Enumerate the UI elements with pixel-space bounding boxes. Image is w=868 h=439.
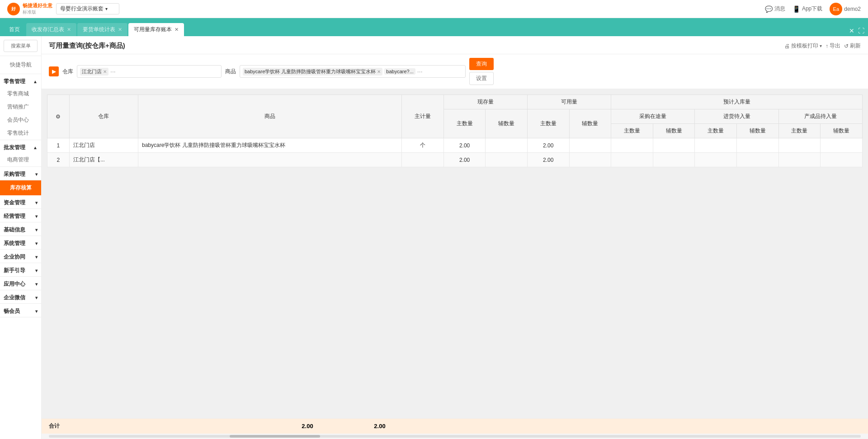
chevron-right-icon: ▶	[52, 68, 56, 75]
product-filter-dots[interactable]: ···	[417, 68, 423, 75]
th-avail-main: 主数量	[527, 109, 569, 138]
data-table: ⚙ 仓库 商品 主计量 现存量 可用量 预计入库量 主数量 辅数量 主数量 辅数…	[47, 94, 863, 167]
print-icon: 🖨	[784, 43, 790, 49]
wechat-label: 企业微信	[4, 294, 25, 302]
tab-home[interactable]: 首页	[4, 23, 25, 36]
finance-label: 资金管理	[4, 199, 25, 207]
footer-current-main: 2.00	[289, 423, 326, 430]
cell-avail-aux	[569, 153, 611, 167]
export-btn[interactable]: ↑ 导出	[826, 42, 840, 50]
sidebar-section-basics-header[interactable]: 基础信息 ▾	[0, 222, 41, 236]
enterprise-label: 企业协同	[4, 253, 25, 261]
tab-inventory-label: 可用量库存账本	[134, 26, 172, 33]
system-label: 系统管理	[4, 240, 25, 247]
table-row: 1 江北门店 babycare学饮杯 儿童防摔防撞吸管杯重力球吸嘴杯宝宝水杯 个…	[47, 138, 863, 153]
sidebar-section-purchase-header[interactable]: 采购管理 ▾	[0, 167, 41, 180]
cell-warehouse: 江北门店【...	[69, 153, 138, 167]
sidebar-item-inventory-active[interactable]: 库存核算	[0, 180, 41, 195]
query-btn[interactable]: 查询	[469, 58, 494, 70]
retail-chevron-icon: ▲	[33, 79, 38, 84]
sidebar-section-member-header[interactable]: 畅会员 ▾	[0, 304, 41, 317]
warehouse-filter-tags[interactable]: 江北门店 ✕ ···	[77, 65, 222, 78]
table-container: ⚙ 仓库 商品 主计量 现存量 可用量 预计入库量 主数量 辅数量 主数量 辅数…	[42, 89, 868, 418]
th-gear[interactable]: ⚙	[47, 95, 70, 138]
appcenter-label: 应用中心	[4, 280, 25, 288]
th-product: 商品	[138, 95, 401, 138]
product-tag-2-text: babycare?...	[386, 69, 414, 74]
app-download-btn[interactable]: 📱 App下载	[793, 5, 822, 13]
wechat-chevron-icon: ▾	[35, 295, 38, 300]
industry-select-label: 母婴行业演示账套	[60, 5, 104, 13]
sidebar-item-member-center[interactable]: 会员中心	[0, 113, 41, 127]
print-btn[interactable]: 🖨 按模板打印 ▾	[784, 42, 822, 50]
warehouse-tag-text: 江北门店	[82, 68, 102, 75]
maximize-icon[interactable]: ⛶	[858, 27, 864, 34]
industry-select[interactable]: 母婴行业演示账套	[56, 3, 119, 14]
sidebar-section-wholesale-header[interactable]: 批发管理 ▲	[0, 140, 41, 153]
print-label: 按模板打印	[791, 42, 818, 50]
sidebar-section-operation-header[interactable]: 经营管理 ▾	[0, 209, 41, 222]
sidebar-section-wechat-header[interactable]: 企业微信 ▾	[0, 290, 41, 303]
sidebar-section-enterprise-header[interactable]: 企业协同 ▾	[0, 250, 41, 263]
settings-btn[interactable]: 设置	[469, 72, 494, 85]
user-area[interactable]: Ea demo2	[830, 3, 861, 15]
th-warehouse: 仓库	[69, 95, 138, 138]
sidebar-section-appcenter-header[interactable]: 应用中心 ▾	[0, 277, 41, 290]
sidebar-item-retail-mall[interactable]: 零售商城	[0, 87, 41, 100]
scroll-track	[49, 435, 861, 438]
cell-purchase-aux	[653, 153, 695, 167]
cell-current-main: 2.00	[443, 138, 486, 153]
sidebar-section-system-header[interactable]: 系统管理 ▾	[0, 236, 41, 249]
warehouse-filter-dots[interactable]: ···	[110, 68, 116, 75]
tab-receipts-close[interactable]: ✕	[67, 27, 71, 33]
th-product-aux: 辅数量	[821, 124, 863, 138]
cell-product	[138, 153, 401, 167]
th-purchase-main: 主数量	[611, 124, 653, 138]
message-btn[interactable]: 💬 消息	[765, 5, 785, 13]
cell-purchase-main	[611, 153, 653, 167]
message-icon: 💬	[765, 5, 773, 13]
sidebar-item-ecommerce[interactable]: 电商管理	[0, 153, 41, 166]
chevron-down-icon	[105, 6, 108, 11]
cell-index: 1	[47, 138, 70, 153]
cell-product-aux	[821, 153, 863, 167]
sidebar-item-quicknav[interactable]: 快捷导航	[0, 58, 41, 72]
tab-receipts[interactable]: 收发存汇总表 ✕	[26, 23, 76, 36]
tab-inventory-close[interactable]: ✕	[175, 27, 179, 33]
sidebar-item-retail-stats[interactable]: 零售统计	[0, 127, 41, 140]
cell-main-unit: 个	[402, 138, 444, 153]
sidebar-section-retail-header[interactable]: 零售管理 ▲	[0, 74, 41, 87]
logo-sub-text: 标准版	[23, 9, 52, 15]
cell-inbound-main	[695, 138, 737, 153]
scroll-thumb[interactable]	[230, 435, 320, 438]
refresh-label: 刷新	[850, 42, 861, 50]
search-menu-btn[interactable]: 搜索菜单	[4, 40, 38, 52]
tab-inventory[interactable]: 可用量库存账本 ✕	[128, 23, 184, 36]
refresh-btn[interactable]: ↺ 刷新	[844, 42, 861, 50]
product-filter-tags[interactable]: babycare学饮杯 儿童防摔防撞吸管杯重力球吸嘴杯宝宝水杯 ✕ babyca…	[240, 65, 466, 78]
expand-filter-btn[interactable]: ▶	[49, 66, 59, 76]
operation-label: 经营管理	[4, 212, 25, 220]
th-forecast-group: 预计入库量	[611, 95, 863, 109]
sidebar-item-marketing[interactable]: 营销推广	[0, 100, 41, 113]
product-tag-text: babycare学饮杯 儿童防摔防撞吸管杯重力球吸嘴杯宝宝水杯	[245, 68, 376, 75]
filter-bar: ▶ 仓库 江北门店 ✕ ··· 商品 babycare学饮杯 儿童防摔防撞吸管杯…	[42, 54, 868, 89]
warehouse-tag-close[interactable]: ✕	[103, 69, 107, 74]
tab-orders-close[interactable]: ✕	[118, 27, 122, 33]
tab-orders[interactable]: 要货单统计表 ✕	[77, 23, 127, 36]
top-bar: 好 畅捷通好生意 标准版 母婴行业演示账套 💬 消息 📱 App下载 Ea de…	[0, 0, 868, 18]
th-purchase-transit-group: 采购在途量	[611, 109, 695, 124]
operation-chevron-icon: ▾	[35, 214, 38, 219]
close-window-icon[interactable]: ✕	[849, 27, 854, 34]
member-chevron-icon: ▾	[35, 309, 38, 314]
cell-avail-main: 2.00	[527, 153, 569, 167]
query-settings-area: 查询 设置	[469, 58, 494, 85]
message-label: 消息	[774, 5, 785, 13]
scroll-bar-area	[42, 434, 868, 439]
product-tag-close[interactable]: ✕	[377, 69, 381, 74]
sidebar: 搜索菜单 快捷导航 零售管理 ▲ 零售商城 营销推广 会员中心 零售统计 批发管…	[0, 36, 42, 439]
sidebar-section-newguide: 新手引导 ▾	[0, 263, 41, 277]
sidebar-section-finance-header[interactable]: 资金管理 ▾	[0, 195, 41, 208]
cell-product-aux	[821, 138, 863, 153]
sidebar-section-newguide-header[interactable]: 新手引导 ▾	[0, 263, 41, 276]
